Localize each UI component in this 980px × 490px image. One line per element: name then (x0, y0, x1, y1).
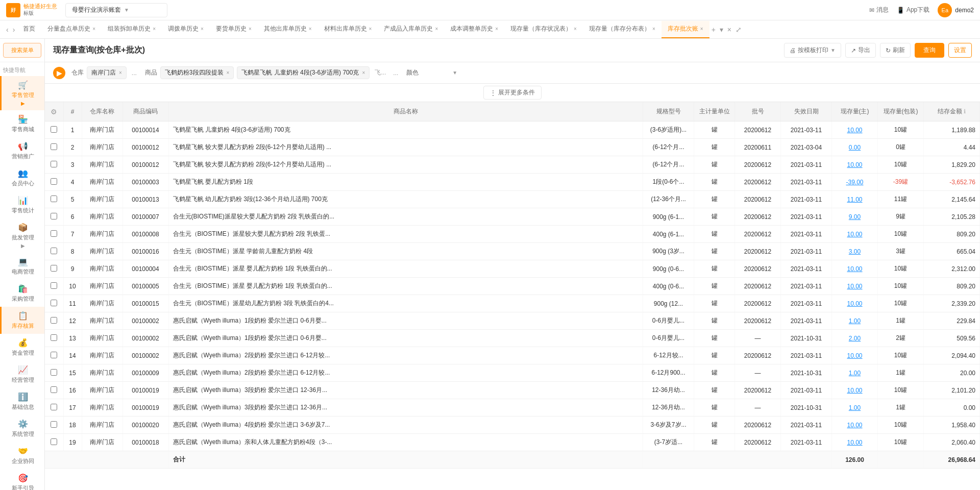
sidebar-item-kucun[interactable]: 📋 库存核算 (0, 307, 44, 334)
row-check-13[interactable] (51, 352, 57, 358)
table-settings-icon[interactable]: ⚙ (51, 108, 57, 116)
row-check-18[interactable] (51, 438, 57, 445)
row-check-17[interactable] (51, 421, 57, 428)
row-check-0[interactable] (51, 126, 57, 133)
row-checkbox-5[interactable] (45, 208, 63, 226)
tab-close-zu-chai[interactable]: × (153, 26, 156, 32)
row-check-16[interactable] (51, 404, 57, 410)
tab-close-fen-pan[interactable]: × (92, 26, 95, 32)
row-check-4[interactable] (51, 195, 57, 202)
sidebar-item-lingshougly[interactable]: 🛒 零售管理 ▶ (0, 76, 44, 110)
export-btn[interactable]: ↗ 导出 (845, 43, 876, 58)
product-filter-value-1[interactable]: 飞鹤奶粉3段四段提装 × (160, 66, 234, 79)
account-selector[interactable]: 母婴行业演示账套 ▼ (65, 3, 167, 17)
print-btn[interactable]: 🖨 按模板打印 ▼ (784, 43, 841, 58)
row-checkbox-11[interactable] (45, 312, 63, 330)
sidebar-item-qiye[interactable]: 🤝 企业协同 (0, 442, 44, 469)
expand-conditions-btn[interactable]: ⋮ 展开更多条件 (483, 86, 542, 100)
row-check-10[interactable] (51, 300, 57, 306)
tab-close-chan-pin-ru[interactable]: × (435, 26, 438, 32)
sidebar-item-lingshoutj[interactable]: 📊 零售统计 (0, 191, 44, 218)
row-stock-main-6[interactable]: 10.00 (832, 226, 878, 243)
sidebar-item-pifa[interactable]: 📦 批发管理 ▶ (0, 218, 44, 253)
row-check-6[interactable] (51, 230, 57, 237)
sidebar-item-huiyuan[interactable]: 👥 会员中心 (0, 164, 44, 191)
row-checkbox-14[interactable] (45, 364, 63, 382)
sidebar-item-caigou[interactable]: 🛍️ 采购管理 (0, 280, 44, 307)
row-stock-main-15[interactable]: 10.00 (832, 382, 878, 399)
search-menu-btn[interactable]: 搜索菜单 (3, 43, 41, 58)
table-wrap[interactable]: ⚙ # 仓库名称 商品编码 商品名称 规格型号 主计量单位 批号 失效日期 现存… (45, 102, 980, 490)
row-stock-main-13[interactable]: 10.00 (832, 347, 878, 364)
row-checkbox-8[interactable] (45, 260, 63, 278)
balance-info-icon[interactable]: ℹ (964, 108, 966, 115)
tab-xianzai-fen[interactable]: 现存量（库存分布表） × (583, 21, 662, 38)
user-area[interactable]: Ea demo2 (938, 3, 974, 17)
filter-toggle-btn[interactable]: ▶ (53, 67, 65, 79)
row-check-12[interactable] (51, 334, 57, 341)
sidebar-item-jingying[interactable]: 📈 经营管理 (0, 361, 44, 388)
row-stock-main-16[interactable]: 1.00 (832, 399, 878, 416)
row-check-15[interactable] (51, 386, 57, 393)
row-check-2[interactable] (51, 161, 57, 167)
tab-home[interactable]: 首页 (17, 21, 41, 38)
row-checkbox-10[interactable] (45, 295, 63, 312)
row-stock-main-9[interactable]: 10.00 (832, 278, 878, 295)
row-stock-main-2[interactable]: 10.00 (832, 156, 878, 174)
row-check-3[interactable] (51, 178, 57, 185)
app-download-btn[interactable]: 📱 App下载 (897, 6, 929, 14)
row-checkbox-0[interactable] (45, 121, 63, 139)
row-check-5[interactable] (51, 213, 57, 219)
row-stock-main-8[interactable]: 10.00 (832, 260, 878, 278)
col-settings[interactable]: ⚙ (45, 102, 63, 121)
tab-qita-chu[interactable]: 其他出库单历史 × (258, 21, 318, 38)
tab-cailiao-chu[interactable]: 材料出库单历史 × (318, 21, 378, 38)
row-checkbox-4[interactable] (45, 191, 63, 208)
sidebar-item-jichu[interactable]: ℹ️ 基础信息 (0, 388, 44, 415)
tab-xianzai-ku[interactable]: 现存量（库存状况表） × (504, 21, 583, 38)
tab-fen-pan[interactable]: 分量盘点单历史 × (41, 21, 102, 38)
row-stock-main-5[interactable]: 9.00 (832, 208, 878, 226)
product-filter-more[interactable]: 飞... (373, 68, 388, 77)
row-checkbox-3[interactable] (45, 174, 63, 191)
row-checkbox-12[interactable] (45, 330, 63, 347)
sidebar-item-lingshous[interactable]: 🏪 零售商城 (0, 110, 44, 137)
row-check-1[interactable] (51, 143, 57, 150)
row-checkbox-7[interactable] (45, 243, 63, 260)
row-checkbox-2[interactable] (45, 156, 63, 174)
row-checkbox-18[interactable] (45, 434, 63, 451)
row-checkbox-15[interactable] (45, 382, 63, 399)
sidebar-item-dianshang[interactable]: 💻 电商管理 (0, 253, 44, 280)
row-stock-main-3[interactable]: -39.00 (832, 174, 878, 191)
sidebar-item-xinshou[interactable]: 🎯 新手引导 (0, 469, 44, 490)
row-checkbox-9[interactable] (45, 278, 63, 295)
row-check-11[interactable] (51, 317, 57, 324)
row-stock-main-10[interactable]: 10.00 (832, 295, 878, 312)
tab-next-btn[interactable]: › (11, 26, 17, 34)
warehouse-tag-remove[interactable]: × (119, 70, 122, 76)
refresh-btn[interactable]: ↻ 刷新 (880, 43, 911, 58)
row-stock-main-0[interactable]: 10.00 (832, 121, 878, 139)
product-filter-value-2[interactable]: 飞鹤星飞帆 儿童奶粉 4段(3-6岁适用) 700克 × (237, 66, 370, 79)
row-checkbox-17[interactable] (45, 416, 63, 434)
product-tag-2-remove[interactable]: × (362, 70, 365, 76)
color-filter-dropdown[interactable]: ▼ (452, 70, 457, 76)
sidebar-item-zijin[interactable]: 💰 资金管理 (0, 334, 44, 361)
row-checkbox-16[interactable] (45, 399, 63, 416)
sidebar-item-xitong[interactable]: ⚙️ 系统管理 (0, 415, 44, 442)
messages-btn[interactable]: ✉ 消息 (869, 6, 889, 14)
warehouse-filter-value[interactable]: 南岸门店 × (87, 66, 127, 79)
row-stock-main-7[interactable]: 3.00 (832, 243, 878, 260)
tab-close-chengben[interactable]: × (495, 26, 498, 32)
row-check-14[interactable] (51, 369, 57, 376)
tab-add-btn[interactable]: + (709, 26, 718, 34)
tab-chengben[interactable]: 成本调整单历史 × (444, 21, 504, 38)
row-stock-main-11[interactable]: 1.00 (832, 312, 878, 330)
row-checkbox-13[interactable] (45, 347, 63, 364)
sidebar-item-yingxiao[interactable]: 📢 营销推广 (0, 137, 44, 164)
tab-prev-btn[interactable]: ‹ (4, 26, 11, 34)
row-stock-main-4[interactable]: 11.00 (832, 191, 878, 208)
row-stock-main-18[interactable]: 10.00 (832, 434, 878, 451)
row-check-7[interactable] (51, 248, 57, 254)
row-check-8[interactable] (51, 265, 57, 272)
